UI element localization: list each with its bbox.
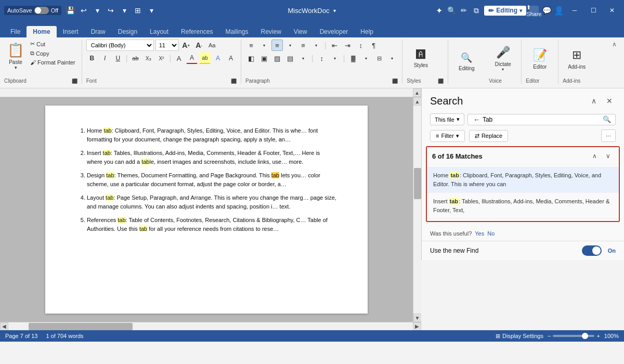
display-settings-btn[interactable]: ⊞ Display Settings: [496, 333, 543, 340]
minimize-btn[interactable]: ─: [567, 0, 582, 21]
comments-icon[interactable]: 💬: [542, 6, 551, 15]
superscript-btn[interactable]: X²: [155, 53, 167, 64]
vertical-scrollbar[interactable]: ▲ ▼: [413, 97, 421, 322]
tab-view[interactable]: View: [288, 26, 314, 37]
more-options-btn[interactable]: ···: [601, 129, 616, 142]
align-left-btn[interactable]: ◧: [245, 53, 257, 64]
dictate-btn[interactable]: 🎤 Dictate ▾: [489, 42, 517, 75]
scroll-up-arrow[interactable]: ▲: [413, 97, 422, 106]
highlight-btn[interactable]: ab: [199, 53, 211, 64]
border-dropdown-btn[interactable]: ▾: [386, 53, 398, 64]
tab-design[interactable]: Design: [112, 26, 144, 37]
text-effects-btn[interactable]: A: [212, 53, 224, 64]
search-close-btn[interactable]: ✕: [603, 95, 616, 107]
view-icon[interactable]: ⧉: [472, 6, 481, 15]
tab-references[interactable]: References: [175, 26, 219, 37]
increase-indent-btn[interactable]: ⇥: [342, 40, 354, 51]
zoom-slider[interactable]: [553, 335, 594, 337]
collapse-ribbon-btn[interactable]: ∧: [609, 40, 620, 49]
font-color-btn[interactable]: A: [186, 53, 198, 64]
save-icon[interactable]: 💾: [66, 6, 75, 15]
bullet-dropdown-btn[interactable]: ▾: [258, 40, 270, 51]
zoom-decrease-btn[interactable]: −: [548, 333, 551, 339]
tab-layout[interactable]: Layout: [144, 26, 175, 37]
strikethrough-btn[interactable]: ab: [129, 53, 141, 64]
change-case-btn[interactable]: Aa: [206, 40, 218, 51]
doc-dropdown-icon[interactable]: ▾: [333, 8, 336, 14]
tab-help[interactable]: Help: [354, 26, 380, 37]
tab-developer[interactable]: Developer: [314, 26, 355, 37]
italic-btn[interactable]: I: [99, 53, 111, 64]
next-result-btn[interactable]: ∨: [602, 150, 614, 162]
search-scope-btn[interactable]: This file ▾: [430, 113, 464, 125]
autosave-toggle-control[interactable]: [34, 7, 49, 14]
tab-insert[interactable]: Insert: [57, 26, 85, 37]
increase-font-btn[interactable]: A+: [180, 40, 192, 51]
multilevel-list-btn[interactable]: ≡: [297, 40, 309, 51]
pen-icon[interactable]: ✏: [459, 6, 469, 15]
decrease-font-btn[interactable]: A-: [193, 40, 205, 51]
new-find-toggle[interactable]: [582, 245, 602, 256]
zoom-increase-btn[interactable]: +: [596, 333, 600, 339]
search-back-btn[interactable]: ←: [471, 115, 483, 124]
border-btn[interactable]: ⊟: [373, 53, 385, 64]
undo-icon[interactable]: ↩: [79, 6, 88, 15]
format-painter-btn[interactable]: 🖌Format Painter: [28, 58, 77, 67]
tab-review[interactable]: Review: [255, 26, 288, 37]
shading-dropdown-btn[interactable]: ▾: [360, 53, 372, 64]
clipboard-expand-btn[interactable]: ⬛: [72, 79, 77, 84]
align-right-btn[interactable]: ▨: [271, 53, 283, 64]
layout-dropdown[interactable]: ▾: [147, 6, 156, 15]
hscroll-thumb[interactable]: [29, 323, 133, 330]
filter-btn[interactable]: ≡ Filter ▾: [430, 130, 465, 142]
scroll-down-arrow[interactable]: ▼: [413, 314, 422, 322]
result-item-1[interactable]: Home tab: Clipboard, Font, Paragraph, St…: [427, 167, 619, 193]
yes-link[interactable]: Yes: [475, 230, 484, 237]
text-color-btn[interactable]: A: [225, 53, 237, 64]
underline-btn[interactable]: U: [112, 53, 124, 64]
horizontal-scrollbar[interactable]: ◀ ▶: [0, 322, 421, 330]
line-spacing-dropdown-btn[interactable]: ▾: [329, 53, 341, 64]
clear-format-btn[interactable]: A: [173, 53, 185, 64]
no-link[interactable]: No: [487, 230, 495, 237]
replace-btn[interactable]: ⇄ Replace: [469, 130, 508, 142]
scroll-track[interactable]: [413, 106, 421, 314]
decrease-indent-btn[interactable]: ⇤: [329, 40, 341, 51]
styles-btn[interactable]: 🅰 Styles: [407, 42, 435, 75]
font-expand-btn[interactable]: ⬛: [231, 79, 237, 84]
scroll-thumb[interactable]: [414, 168, 421, 199]
copilot-icon[interactable]: ✦: [434, 6, 444, 15]
scroll-right-arrow[interactable]: ▶: [413, 322, 421, 331]
font-family-select[interactable]: Calibri (Body): [86, 40, 154, 51]
numbered-list-btn[interactable]: ≡: [271, 40, 283, 51]
justify-btn[interactable]: ▤: [284, 53, 296, 64]
editing-mode-btn[interactable]: ✏ Editing ▾: [484, 6, 526, 16]
line-spacing-btn[interactable]: ↕: [316, 53, 328, 64]
undo-dropdown-icon[interactable]: ▾: [93, 6, 102, 15]
close-btn[interactable]: ✕: [604, 0, 620, 21]
hscroll-track[interactable]: [8, 322, 413, 330]
quick-access-dropdown[interactable]: ▾: [120, 6, 129, 15]
profile-icon[interactable]: 👤: [554, 6, 564, 15]
paste-btn[interactable]: 📋 Paste ▾: [4, 40, 27, 73]
redo-icon[interactable]: ↪: [106, 6, 115, 15]
tab-draw[interactable]: Draw: [85, 26, 112, 37]
bullet-list-btn[interactable]: ≡: [245, 40, 257, 51]
addins-btn[interactable]: ⊞ Add-ins: [563, 42, 591, 75]
styles-expand-btn[interactable]: ⬛: [438, 79, 444, 84]
tab-file[interactable]: File: [4, 26, 27, 37]
align-dropdown-btn[interactable]: ▾: [297, 53, 309, 64]
restore-btn[interactable]: ☐: [586, 0, 601, 21]
prev-result-btn[interactable]: ∧: [589, 150, 600, 162]
multilevel-dropdown-btn[interactable]: ▾: [310, 40, 322, 51]
share-btn[interactable]: ⬆ Share: [529, 6, 539, 15]
subscript-btn[interactable]: X₂: [142, 53, 154, 64]
numbered-dropdown-btn[interactable]: ▾: [284, 40, 296, 51]
scroll-up-btn[interactable]: ▲: [413, 88, 421, 97]
para-expand-btn[interactable]: ⬛: [392, 79, 398, 84]
editor-btn[interactable]: 📝 Editor: [526, 42, 554, 75]
table-layout-icon[interactable]: ⊞: [133, 6, 142, 15]
search-input[interactable]: [483, 116, 602, 123]
cut-btn[interactable]: ✂Cut: [28, 40, 77, 48]
font-size-select[interactable]: 11: [155, 40, 179, 51]
